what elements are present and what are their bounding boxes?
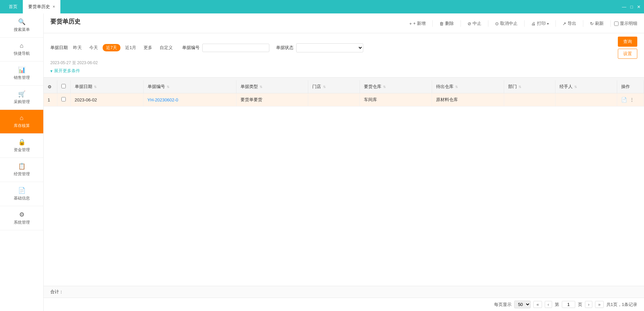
cell-doc-no[interactable]: YH-20230602-0	[143, 93, 236, 106]
sort-icon-pend-wh: ⇅	[455, 85, 458, 89]
filter-area: 单据日期 昨天 今天 近7天 近1月 更多 自定义 单据编号 单据状态	[44, 33, 644, 78]
prev-page-btn[interactable]: ‹	[545, 301, 552, 308]
refresh-btn[interactable]: ↻ 刷新	[587, 19, 607, 28]
tab-active[interactable]: 要货单历史 ×	[23, 0, 60, 13]
sidebar-item-sys-mgmt[interactable]: ⚙ 系统管理	[0, 206, 43, 230]
sep5	[555, 20, 556, 27]
close-tab-btn[interactable]: ×	[53, 4, 55, 9]
close-window-btn[interactable]: ✕	[637, 4, 641, 9]
stop-icon: ⊘	[468, 21, 471, 26]
last-page-btn[interactable]: »	[595, 301, 603, 308]
sort-icon-handler: ⇅	[574, 85, 577, 89]
sidebar-item-ops-mgmt[interactable]: 📋 经营管理	[0, 158, 43, 182]
sep1	[432, 20, 433, 27]
filter-date-item: 单据日期 昨天 今天 近7天 近1月 更多 自定义	[50, 44, 175, 51]
active-tab-label: 要货单历史	[28, 4, 50, 10]
cancel-stop-icon: ⊙	[495, 21, 499, 26]
view-action-icon[interactable]: 📄	[621, 97, 627, 102]
page-input[interactable]	[562, 301, 575, 308]
select-all-checkbox[interactable]	[61, 84, 66, 88]
query-btn[interactable]: 查询	[618, 37, 637, 47]
date-btn-yesterday[interactable]: 昨天	[70, 44, 85, 51]
sidebar-item-label: 快捷导航	[14, 51, 30, 56]
sidebar-item-label: 资金管理	[14, 147, 30, 153]
sidebar-item-sales-mgmt[interactable]: 📊 销售管理	[0, 61, 43, 86]
date-btn-today[interactable]: 今天	[87, 44, 101, 51]
filter-date-label: 单据日期	[50, 45, 68, 51]
sidebar-item-inventory-calc[interactable]: ⌂ 库存核算	[0, 110, 43, 134]
date-btn-1month[interactable]: 近1月	[122, 44, 139, 51]
col-req-warehouse[interactable]: 要货仓库 ⇅	[360, 80, 432, 93]
export-icon: ↗	[562, 21, 566, 26]
more-action-icon[interactable]: ⋮	[630, 97, 634, 102]
sidebar-item-label: 基础信息	[14, 195, 30, 201]
sort-icon-no: ⇅	[167, 85, 169, 89]
date-btn-7days[interactable]: 近7天	[103, 44, 120, 51]
cell-dept	[504, 93, 555, 106]
col-doc-type[interactable]: 单据类型 ⇅	[236, 80, 308, 93]
page-label: 第	[555, 302, 559, 308]
cell-doc-type: 要货单要货	[236, 93, 308, 106]
col-checkbox[interactable]	[57, 80, 70, 93]
first-page-btn[interactable]: «	[533, 301, 542, 308]
base-info-icon: 📄	[18, 187, 25, 194]
cell-store	[308, 93, 360, 106]
print-btn[interactable]: 🖨 打印 ▾	[528, 19, 552, 28]
cell-checkbox[interactable]	[57, 93, 70, 106]
sidebar-item-label: 搜索菜单	[14, 27, 30, 33]
col-handler[interactable]: 经手人 ⇅	[555, 80, 617, 93]
cell-handler	[555, 93, 617, 106]
filter-docno-label: 单据编号	[182, 45, 200, 51]
filter-status-select[interactable]	[296, 43, 363, 52]
pagination: 每页显示 50 « ‹ 第 页 › » 共1页，1条记录	[44, 298, 644, 311]
filter-docno-input[interactable]	[202, 44, 269, 52]
row-checkbox[interactable]	[61, 97, 66, 101]
export-btn[interactable]: ↗ 导出	[559, 19, 580, 28]
sort-icon-date: ⇅	[94, 85, 97, 89]
settings-btn[interactable]: 设置	[618, 49, 637, 59]
expand-filter-btn[interactable]: ▾ 展开更多条件	[50, 68, 80, 74]
col-store[interactable]: 门店 ⇅	[308, 80, 360, 93]
sidebar-item-search-menu[interactable]: 🔍 搜索菜单	[0, 13, 43, 38]
per-page-select[interactable]: 50	[514, 301, 531, 308]
content-area: 要货单历史 + + 新增 🗑 删除 ⊘ 中止	[44, 13, 644, 311]
cell-pending-warehouse: 原材料仓库	[432, 93, 504, 106]
show-detail-label[interactable]: 显示明细	[614, 20, 637, 27]
col-settings[interactable]: ⚙	[44, 80, 57, 93]
delete-icon: 🗑	[439, 21, 444, 26]
cell-action: 📄 ⋮	[617, 93, 644, 106]
new-btn[interactable]: + + 新增	[406, 19, 429, 28]
table-row: 1 2023-06-02 YH-20230602-0 要货单要货 车间库 原材料…	[44, 93, 644, 106]
tab-home[interactable]: 首页	[3, 0, 23, 13]
sep7	[610, 20, 611, 27]
col-action: 操作	[617, 80, 644, 93]
minimize-btn[interactable]: —	[622, 4, 626, 9]
summary-label: 合计：	[50, 289, 63, 294]
search-menu-icon: 🔍	[18, 18, 25, 26]
maximize-btn[interactable]: □	[630, 4, 633, 9]
show-detail-checkbox[interactable]	[614, 21, 619, 26]
date-btn-more[interactable]: 更多	[141, 44, 155, 51]
col-dept[interactable]: 部门 ⇅	[504, 80, 555, 93]
cancel-stop-btn[interactable]: ⊙ 取消中止	[492, 19, 521, 28]
next-page-btn[interactable]: ›	[585, 301, 592, 308]
per-page-label: 每页显示	[494, 302, 512, 308]
sidebar-item-base-info[interactable]: 📄 基础信息	[0, 182, 43, 206]
sidebar-item-purchase-mgmt[interactable]: 🛒 采购管理	[0, 86, 43, 110]
col-doc-date[interactable]: 单据日期 ⇅	[70, 80, 143, 93]
sales-mgmt-icon: 📊	[18, 66, 25, 74]
sidebar-item-label: 系统管理	[14, 220, 30, 225]
sort-icon-type: ⇅	[260, 85, 262, 89]
sep2	[461, 20, 461, 27]
doc-no-link[interactable]: YH-20230602-0	[148, 97, 178, 102]
delete-btn[interactable]: 🗑 删除	[436, 19, 457, 28]
filter-docno-item: 单据编号	[182, 44, 269, 52]
col-doc-no[interactable]: 单据编号 ⇅	[143, 80, 236, 93]
filter-status-label: 单据状态	[276, 45, 293, 51]
stop-btn[interactable]: ⊘ 中止	[464, 19, 485, 28]
filter-status-item: 单据状态	[276, 43, 363, 52]
date-btn-custom[interactable]: 自定义	[157, 44, 175, 51]
sidebar-item-finance-mgmt[interactable]: 🔒 资金管理	[0, 134, 43, 158]
col-pending-warehouse[interactable]: 待出仓库 ⇅	[432, 80, 504, 93]
sidebar-item-quick-nav[interactable]: ⌂ 快捷导航	[0, 38, 43, 61]
